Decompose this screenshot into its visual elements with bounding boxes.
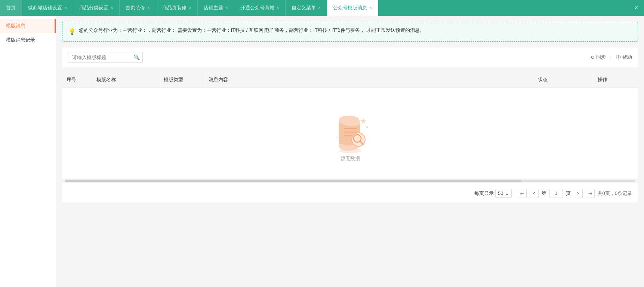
close-template-msg-icon[interactable]: × (369, 5, 372, 10)
empty-illustration (328, 110, 373, 155)
tab-shop-theme-label: 店铺主题 (204, 4, 223, 11)
search-left: 🔍 (68, 52, 143, 63)
page-size-label: 每页显示 (474, 190, 494, 197)
page-summary: 共0页，0条记录 (598, 190, 632, 197)
close-home-decor-icon[interactable]: × (147, 5, 150, 10)
close-all-icon: × (635, 4, 638, 11)
first-page-button[interactable]: ⇤ (518, 189, 527, 198)
col-name: 模版名称 (92, 72, 159, 88)
search-button[interactable]: 🔍 (133, 54, 140, 60)
tab-wsc-shop-label: 微商城店铺设置 (28, 4, 62, 11)
notice-text: 您的公众号行业为：主营行业：，副营行业： 需要设置为：主营行业：IT科技 / 互… (79, 27, 425, 34)
notice-highlight: 需要设置为：主营行业：IT科技 / 互联网|电子商务，副营行业：IT科技 / I… (178, 27, 365, 33)
tab-home-decor-label: 首页装修 (126, 4, 145, 11)
help-button[interactable]: ⓘ 帮助 (616, 54, 632, 61)
dropdown-icon: ⌄ (505, 190, 509, 196)
close-shop-theme-icon[interactable]: × (225, 5, 228, 10)
empty-state: 暂无数据 (62, 88, 638, 177)
search-input[interactable] (68, 52, 143, 63)
col-status: 状态 (533, 72, 593, 88)
page-prefix-label: 第 (542, 190, 546, 197)
sidebar-item-template-msg[interactable]: 模版消息 (0, 19, 56, 33)
close-product-category-icon[interactable]: × (111, 5, 113, 10)
search-right: ↻ 同步 | ⓘ 帮助 (591, 54, 632, 61)
next-page-icon: > (577, 191, 579, 196)
page-size-dropdown[interactable]: 50 ⌄ (495, 189, 511, 198)
close-custom-menu-icon[interactable]: × (318, 5, 321, 10)
close-product-decor-icon[interactable]: × (189, 5, 191, 10)
main-layout: 模版消息 模版消息记录 💡 您的公众号行业为：主营行业：，副营行业： 需要设置为… (0, 16, 644, 287)
sidebar-item-template-msg-record-label: 模版消息记录 (6, 37, 35, 43)
search-icon: 🔍 (133, 54, 140, 60)
help-icon: ⓘ (616, 54, 621, 61)
tab-product-category-label: 商品分类设置 (79, 4, 108, 11)
prev-page-button[interactable]: < (530, 189, 539, 198)
search-bar: 🔍 ↻ 同步 | ⓘ 帮助 (62, 48, 638, 67)
last-page-button[interactable]: ⇥ (586, 189, 595, 198)
prev-page-icon: < (533, 191, 535, 196)
search-input-wrap: 🔍 (68, 52, 143, 63)
col-content: 消息内容 (204, 72, 533, 88)
col-type: 模版类型 (159, 72, 204, 88)
close-all-button[interactable]: × (629, 4, 644, 11)
tab-product-category[interactable]: 商品分类设置 × (73, 0, 120, 16)
tab-template-msg[interactable]: 公众号模版消息 × (327, 0, 378, 16)
horizontal-scrollbar[interactable] (62, 178, 638, 183)
data-table: 序号 模版名称 模版类型 消息内容 状态 操作 (62, 72, 638, 202)
tab-home-label: 首页 (6, 4, 16, 11)
table-header: 序号 模版名称 模版类型 消息内容 状态 操作 (62, 72, 638, 88)
next-page-button[interactable]: > (574, 189, 583, 198)
scroll-track (65, 180, 635, 182)
page-size-value: 50 (498, 190, 503, 196)
tab-custom-menu-label: 自定义菜单 (292, 4, 316, 11)
close-wsc-shop-icon[interactable]: × (64, 5, 67, 10)
sync-label: 同步 (596, 54, 606, 61)
tab-home[interactable]: 首页 (0, 0, 22, 16)
notice-icon: 💡 (68, 27, 76, 37)
col-index: 序号 (62, 72, 92, 88)
pagination: 每页显示 50 ⌄ ⇤ < 第 页 > (62, 184, 638, 202)
tab-product-decor-label: 商品页装修 (162, 4, 187, 11)
divider: | (610, 55, 611, 60)
sidebar-item-template-msg-label: 模版消息 (6, 23, 25, 28)
page-size-select: 每页显示 50 ⌄ (474, 189, 511, 198)
tab-shop-theme[interactable]: 店铺主题 × (198, 0, 234, 16)
notice-box: 💡 您的公众号行业为：主营行业：，副营行业： 需要设置为：主营行业：IT科技 /… (62, 22, 638, 42)
sync-icon: ↻ (591, 55, 595, 60)
tab-home-decor[interactable]: 首页装修 × (120, 0, 156, 16)
notice-prefix: 您的公众号行业为：主营行业：，副营行业： (79, 27, 176, 33)
sync-button[interactable]: ↻ 同步 (591, 54, 606, 61)
tab-product-decor[interactable]: 商品页装修 × (156, 0, 198, 16)
first-page-icon: ⇤ (520, 191, 524, 196)
help-label: 帮助 (622, 54, 632, 61)
svg-point-8 (336, 137, 338, 138)
scroll-thumb[interactable] (65, 180, 521, 182)
top-navigation: 首页 微商城店铺设置 × 商品分类设置 × 首页装修 × 商品页装修 × 店铺主… (0, 0, 644, 16)
content-area: 💡 您的公众号行业为：主营行业：，副营行业： 需要设置为：主营行业：IT科技 /… (56, 16, 644, 287)
page-input[interactable] (549, 189, 563, 198)
tab-wsc-shop[interactable]: 微商城店铺设置 × (22, 0, 73, 16)
col-action: 操作 (593, 72, 638, 88)
page-unit-label: 页 (566, 190, 571, 197)
tab-open-mall[interactable]: 开通公众号商城 × (234, 0, 286, 16)
tab-template-msg-label: 公众号模版消息 (333, 4, 367, 11)
tab-open-mall-label: 开通公众号商城 (240, 4, 274, 11)
last-page-icon: ⇥ (588, 191, 592, 196)
tab-custom-menu[interactable]: 自定义菜单 × (286, 0, 327, 16)
sidebar: 模版消息 模版消息记录 (0, 16, 56, 287)
svg-point-7 (366, 126, 368, 128)
close-open-mall-icon[interactable]: × (277, 5, 279, 10)
notice-suffix: 才能正常发送预置的消息。 (366, 27, 425, 33)
sidebar-item-template-msg-record[interactable]: 模版消息记录 (0, 33, 56, 47)
empty-text: 暂无数据 (341, 155, 360, 162)
